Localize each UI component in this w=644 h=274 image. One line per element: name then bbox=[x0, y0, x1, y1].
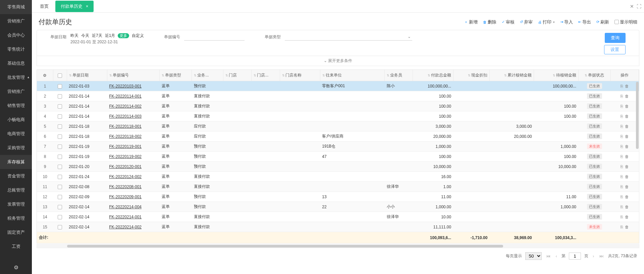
col-status[interactable]: ⇅单据状态 bbox=[578, 70, 610, 81]
date-today[interactable]: 今天 bbox=[81, 33, 89, 39]
table-row[interactable]: 82022-01-19FK-20220119-002蓝单预付款47100.001… bbox=[37, 152, 639, 162]
copy-icon[interactable]: ⎘ bbox=[621, 94, 623, 99]
cell-code[interactable]: FK-20220124-002 bbox=[107, 172, 159, 182]
sidebar-item-1[interactable]: 营销推广 bbox=[0, 14, 32, 28]
col-partner[interactable]: ⇅往来单位 bbox=[320, 70, 384, 81]
table-row[interactable]: 62022-01-18FK-20220118-002蓝单应付款客户/供应商20,… bbox=[37, 131, 639, 142]
table-row[interactable]: 112022-02-08FK-20220208-001蓝单直接付款徐泽华1.00… bbox=[37, 182, 639, 192]
sidebar-item-12[interactable]: 资金管理 bbox=[0, 169, 32, 183]
row-checkbox[interactable] bbox=[53, 142, 67, 152]
cell-code[interactable]: FK-20220114-003 bbox=[107, 111, 159, 121]
row-checkbox[interactable] bbox=[53, 162, 67, 172]
sidebar-item-3[interactable]: 零售统计 bbox=[0, 42, 32, 56]
sidebar-item-9[interactable]: 电商管理 bbox=[0, 127, 32, 141]
row-checkbox[interactable] bbox=[53, 91, 67, 101]
row-checkbox[interactable] bbox=[53, 192, 67, 202]
row-checkbox[interactable] bbox=[53, 111, 67, 121]
table-row[interactable]: 92022-01-20FK-20220120-001蓝单预付款10,000.00… bbox=[37, 162, 639, 172]
cell-code[interactable]: FK-20220119-002 bbox=[107, 152, 159, 162]
cell-code[interactable]: FK-20220208-001 bbox=[107, 182, 159, 192]
close-icon[interactable]: × bbox=[86, 4, 89, 9]
pager-last[interactable]: ⏭ bbox=[598, 254, 605, 259]
sidebar-item-17[interactable]: 工资 bbox=[0, 239, 32, 254]
close-all-icon[interactable]: ✕ bbox=[630, 4, 634, 9]
delete-icon[interactable]: 🗑 bbox=[625, 154, 629, 159]
col-salesperson[interactable]: ⇅业务员 bbox=[385, 70, 413, 81]
copy-icon[interactable]: ⎘ bbox=[621, 84, 623, 89]
sidebar-item-4[interactable]: 基础信息 bbox=[0, 56, 32, 70]
sidebar-item-7[interactable]: 销售管理 bbox=[0, 99, 32, 113]
table-row[interactable]: 52022-01-18FK-20220118-001蓝单应付款3,000.003… bbox=[37, 121, 639, 131]
col-biz[interactable]: ⇅业务... bbox=[192, 70, 223, 81]
search-button[interactable]: 查询 bbox=[605, 33, 626, 43]
row-checkbox[interactable] bbox=[53, 222, 67, 232]
cell-code[interactable]: FK-20220114-002 bbox=[107, 101, 159, 111]
cell-code[interactable]: FK-20220103-001 bbox=[107, 81, 159, 91]
copy-icon[interactable]: ⎘ bbox=[621, 184, 623, 189]
delete-icon[interactable]: 🗑 bbox=[625, 225, 629, 229]
refresh-button[interactable]: ⟳刷新 bbox=[596, 19, 609, 25]
delete-icon[interactable]: 🗑 bbox=[625, 114, 629, 119]
table-row[interactable]: 152022-02-14FK-20220214-002蓝单直接付款11,111.… bbox=[37, 222, 639, 232]
cell-code[interactable]: FK-20220118-001 bbox=[107, 121, 159, 131]
date-more[interactable]: 更多 bbox=[118, 33, 129, 38]
table-row[interactable]: 142022-02-14FK-20220214-001蓝单直接付款徐泽华10.0… bbox=[37, 212, 639, 222]
delete-button[interactable]: 🗑删除 bbox=[483, 19, 496, 25]
page-size-select[interactable]: 50 bbox=[525, 252, 542, 260]
gear-icon[interactable]: ⚙ bbox=[14, 265, 18, 270]
sidebar-item-8[interactable]: 小畅电商 bbox=[0, 113, 32, 127]
copy-icon[interactable]: ⎘ bbox=[621, 195, 623, 199]
row-checkbox[interactable] bbox=[53, 152, 67, 162]
date-yesterday[interactable]: 昨天 bbox=[70, 33, 78, 39]
cell-code[interactable]: FK-20220120-001 bbox=[107, 162, 159, 172]
filter-type-select[interactable] bbox=[285, 33, 412, 41]
date-last7[interactable]: 近7天 bbox=[92, 33, 102, 39]
expand-conditions[interactable]: ⌄ 展开更多条件 bbox=[37, 56, 639, 66]
col-verified[interactable]: ⇅累计核销金额 bbox=[489, 70, 534, 81]
vertical-scrollbar[interactable] bbox=[636, 82, 639, 243]
col-store[interactable]: ⇅门店 bbox=[223, 70, 252, 81]
show-detail-toggle[interactable]: 显示明细 bbox=[614, 19, 637, 25]
col-discount[interactable]: ⇅现金折扣 bbox=[453, 70, 489, 81]
date-last1m[interactable]: 近1月 bbox=[105, 33, 115, 39]
copy-icon[interactable]: ⎘ bbox=[621, 164, 623, 169]
sidebar-item-5[interactable]: 批发管理▴ bbox=[0, 70, 32, 85]
row-checkbox[interactable] bbox=[53, 81, 67, 91]
row-checkbox[interactable] bbox=[53, 172, 67, 182]
col-pending[interactable]: ⇅待核销金额 bbox=[534, 70, 578, 81]
copy-icon[interactable]: ⎘ bbox=[621, 134, 623, 139]
col-code[interactable]: ⇅单据编号 bbox=[107, 70, 159, 81]
cell-code[interactable]: FK-20220214-001 bbox=[107, 212, 159, 222]
col-date[interactable]: ⇅单据日期 bbox=[67, 70, 107, 81]
tab-home[interactable]: 首页 bbox=[35, 1, 54, 12]
sidebar-item-11[interactable]: 库存核算 bbox=[0, 155, 32, 169]
page-input[interactable] bbox=[569, 253, 581, 260]
table-row[interactable]: 32022-01-14FK-20220114-002蓝单直接付款100.0010… bbox=[37, 101, 639, 111]
col-checkbox[interactable] bbox=[53, 70, 67, 81]
filter-code-input[interactable] bbox=[184, 33, 245, 41]
cell-code[interactable]: FK-20220209-001 bbox=[107, 192, 159, 202]
row-checkbox[interactable] bbox=[53, 101, 67, 111]
sidebar-item-6[interactable]: 营销推广 bbox=[0, 85, 32, 99]
col-storename[interactable]: ⇅门店名称 bbox=[280, 70, 320, 81]
add-button[interactable]: ＋新增 bbox=[464, 19, 478, 25]
delete-icon[interactable]: 🗑 bbox=[625, 94, 629, 99]
delete-icon[interactable]: 🗑 bbox=[625, 195, 629, 199]
row-checkbox[interactable] bbox=[53, 212, 67, 222]
col-total[interactable]: ⇅付款总金额 bbox=[413, 70, 453, 81]
import-button[interactable]: ⇥导入 bbox=[560, 19, 573, 25]
delete-icon[interactable]: 🗑 bbox=[625, 84, 629, 89]
discard-button[interactable]: ↺弃审 bbox=[520, 19, 533, 25]
row-checkbox[interactable] bbox=[53, 121, 67, 131]
delete-icon[interactable]: 🗑 bbox=[625, 134, 629, 139]
copy-icon[interactable]: ⎘ bbox=[621, 174, 623, 179]
delete-icon[interactable]: 🗑 bbox=[625, 184, 629, 189]
copy-icon[interactable]: ⎘ bbox=[621, 205, 623, 209]
table-row[interactable]: 132022-02-14FK-20220214-004蓝单预付款22小小1,00… bbox=[37, 202, 639, 212]
sidebar-item-16[interactable]: 固定资产 bbox=[0, 225, 32, 239]
delete-icon[interactable]: 🗑 bbox=[625, 164, 629, 169]
col-type[interactable]: ⇅单据类型 bbox=[160, 70, 192, 81]
copy-icon[interactable]: ⎘ bbox=[621, 144, 623, 149]
cell-code[interactable]: FK-20220118-002 bbox=[107, 131, 159, 142]
delete-icon[interactable]: 🗑 bbox=[625, 124, 629, 129]
